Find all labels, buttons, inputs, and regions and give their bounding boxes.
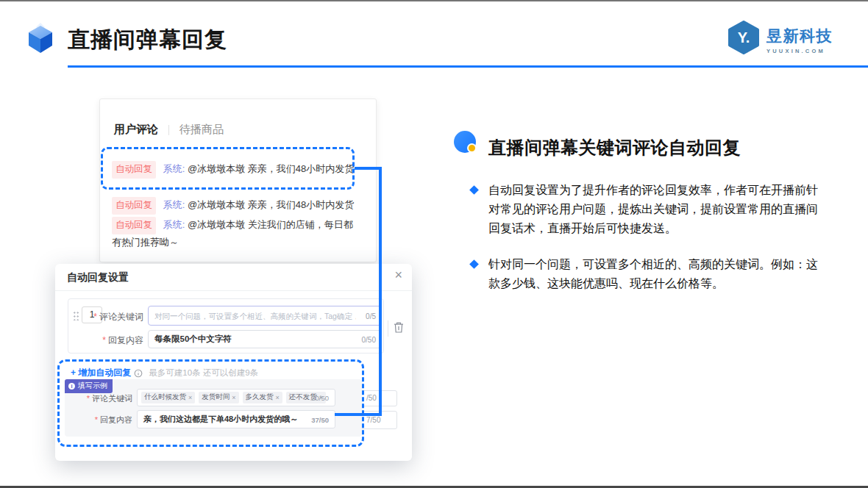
example-reply-value: 亲，我们这边都是下单48小时内发货的哦～: [143, 415, 298, 423]
comment-text: @冰墩墩本墩 亲亲，我们48小时内发货: [188, 163, 354, 174]
required-mark: *: [95, 415, 98, 424]
example-badge-label: 填写示例: [78, 381, 107, 391]
tag-close-icon[interactable]: ×: [188, 394, 192, 401]
modal-divider: [55, 290, 412, 291]
example-reply-label: *回复内容: [65, 415, 132, 426]
example-panel: i 填写示例 *评论关键词 什么时候发货× 发货时间× 多久发货× 还不发货× …: [65, 379, 362, 437]
connector-line: [379, 167, 382, 416]
example-keyword-field: 什么时候发货× 发货时间× 多久发货× 还不发货× 20/50: [137, 389, 335, 406]
example-keyword-counter: 20/50: [311, 394, 329, 402]
reply-field: 0/50: [148, 330, 382, 348]
keyword-input[interactable]: [148, 306, 382, 326]
keyword-tag[interactable]: 发货时间×: [199, 392, 238, 403]
chat-bubble-icon: [454, 131, 476, 153]
logo-name: 昱新科技: [766, 26, 833, 46]
add-auto-reply-hint: 最多可建10条 还可以创建9条: [149, 367, 258, 378]
comment-row: 自动回复 系统: @冰墩墩本墩 关注我们的店铺，每日都有热门推荐呦～: [112, 217, 356, 250]
tab-user-comments[interactable]: 用户评论: [114, 123, 158, 137]
comment-row: 自动回复 系统: @冰墩墩本墩 亲亲，我们48小时内发货: [112, 197, 354, 215]
info-heading: 直播间弹幕关键词评论自动回复: [488, 136, 741, 159]
badge-info-icon: i: [68, 383, 75, 390]
example-reply-field: 亲，我们这边都是下单48小时内发货的哦～ 37/50: [137, 410, 335, 428]
info-bullet: 针对同一个问题，可设置多个相近的、高频的关键词。例如：这款多少钱、这块能优惠吗、…: [470, 255, 828, 293]
required-mark: *: [102, 335, 106, 345]
example-reply-counter: 37/50: [311, 411, 329, 428]
keyword-tag[interactable]: 什么时候发货×: [141, 392, 195, 403]
comment-row: 自动回复 系统: @冰墩墩本墩 亲亲，我们48小时内发货: [112, 161, 354, 179]
cube-logo-icon: [26, 23, 56, 54]
reply-counter: 0/50: [362, 335, 376, 343]
required-mark: *: [87, 394, 90, 403]
info-bullet: 自动回复设置为了提升作者的评论回复效率，作者可在开播前针对常见的评论用户问题，提…: [470, 181, 828, 238]
example-keyword-label: *评论关键词: [65, 393, 132, 404]
keyword-field: 0/5: [148, 306, 382, 326]
page-title: 直播间弹幕回复: [68, 25, 227, 55]
tab-separator: [168, 125, 169, 135]
comment-sender: 系统:: [163, 163, 185, 174]
keyword-counter: 0/5: [366, 312, 376, 320]
yellow-dot-icon: [467, 143, 477, 153]
panel-separator: [388, 320, 388, 337]
logo-mark: Y.: [738, 29, 750, 46]
auto-reply-badge: 自动回复: [112, 217, 156, 234]
comment-sender: 系统:: [163, 219, 185, 230]
tab-pending-products[interactable]: 待播商品: [179, 123, 224, 137]
connector-line: [355, 167, 382, 170]
comment-sender: 系统:: [163, 199, 185, 210]
logo-domain: YUUXIN.COM: [766, 48, 833, 54]
connector-line: [335, 413, 382, 416]
comment-text: @冰墩墩本墩 亲亲，我们48小时内发货: [188, 199, 354, 210]
comment-card-tabs: 用户评论 待播商品: [114, 123, 224, 137]
bullet-text: 针对同一个问题，可设置多个相近的、高频的关键词。例如：这款多少钱、这块能优惠吗、…: [470, 255, 828, 293]
logo-hexagon-icon: Y.: [727, 21, 761, 54]
page: 直播间弹幕回复 Y. 昱新科技 YUUXIN.COM 用户评论 待播商品 自动回…: [0, 0, 868, 488]
auto-reply-badge: 自动回复: [112, 161, 156, 179]
modal-title: 自动回复设置: [67, 271, 129, 284]
company-logo: Y. 昱新科技 YUUXIN.COM: [727, 21, 833, 54]
add-auto-reply-button[interactable]: + 增加自动回复: [71, 367, 131, 379]
info-icon: [134, 369, 143, 378]
bullet-text: 自动回复设置为了提升作者的评论回复效率，作者可在开播前针对常见的评论用户问题，提…: [470, 181, 828, 238]
reply-label: *回复内容: [60, 334, 143, 347]
required-mark: *: [93, 312, 97, 322]
tag-close-icon[interactable]: ×: [276, 394, 280, 401]
keyword-tag[interactable]: 多久发货×: [243, 392, 282, 403]
reply-input[interactable]: [148, 330, 382, 348]
tag-close-icon[interactable]: ×: [232, 394, 235, 401]
delete-icon[interactable]: [393, 321, 405, 334]
example-badge: i 填写示例: [65, 379, 113, 393]
add-auto-reply-row: + 增加自动回复 最多可建10条 还可以创建9条: [71, 367, 258, 379]
auto-reply-badge: 自动回复: [112, 197, 156, 215]
close-icon[interactable]: ×: [394, 268, 402, 283]
keyword-label: *评论关键词: [60, 311, 143, 323]
title-underline: [68, 65, 868, 68]
